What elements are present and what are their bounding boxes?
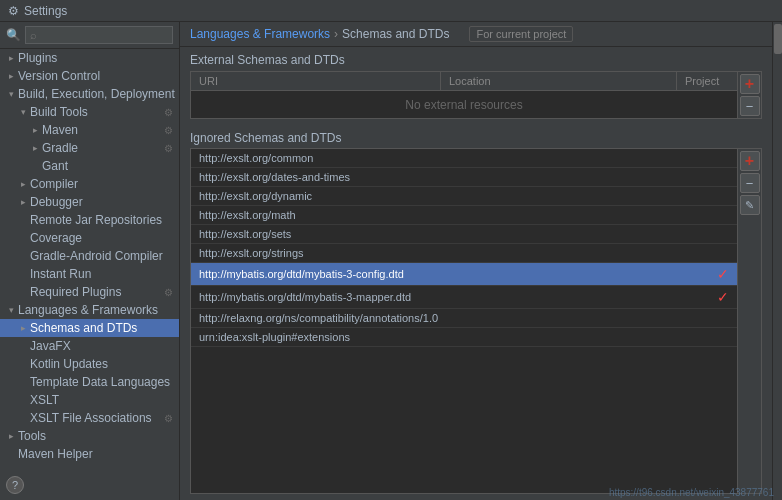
sidebar-item-label: Plugins xyxy=(18,51,175,65)
list-item[interactable]: http://exslt.org/common xyxy=(191,149,737,168)
sidebar-item-coverage[interactable]: Coverage xyxy=(0,229,179,247)
item-url: http://mybatis.org/dtd/mybatis-3-config.… xyxy=(199,268,404,280)
sidebar-item-version-control[interactable]: Version Control xyxy=(0,67,179,85)
list-item[interactable]: urn:idea:xslt-plugin#extensions xyxy=(191,328,737,347)
list-item-selected[interactable]: http://mybatis.org/dtd/mybatis-3-config.… xyxy=(191,263,737,286)
search-bar: 🔍 xyxy=(0,22,179,49)
sidebar-item-xslt-file[interactable]: XSLT File Associations ⚙ xyxy=(0,409,179,427)
sidebar-item-label: Coverage xyxy=(30,231,175,245)
sidebar-item-label: Debugger xyxy=(30,195,175,209)
col-uri: URI xyxy=(191,72,441,90)
sidebar-item-tools[interactable]: Tools xyxy=(0,427,179,445)
sidebar-item-label: XSLT xyxy=(30,393,175,407)
sidebar-item-label: Remote Jar Repositories xyxy=(30,213,175,227)
external-actions: + − xyxy=(738,71,762,119)
external-add-button[interactable]: + xyxy=(740,74,760,94)
col-location: Location xyxy=(441,72,677,90)
empty-message: No external resources xyxy=(405,98,522,112)
sidebar-item-label: Schemas and DTDs xyxy=(30,321,175,335)
list-item[interactable]: http://mybatis.org/dtd/mybatis-3-mapper.… xyxy=(191,286,737,309)
sidebar-item-label: Compiler xyxy=(30,177,175,191)
sidebar-item-instant-run[interactable]: Instant Run xyxy=(0,265,179,283)
sidebar-item-template-data[interactable]: Template Data Languages xyxy=(0,373,179,391)
main-layout: 🔍 Plugins Version Control Build, Executi… xyxy=(0,22,782,500)
sidebar-item-remote-jar[interactable]: Remote Jar Repositories xyxy=(0,211,179,229)
item-url: http://relaxng.org/ns/compatibility/anno… xyxy=(199,312,438,324)
external-panel-title: External Schemas and DTDs xyxy=(180,47,772,71)
external-remove-button[interactable]: − xyxy=(740,96,760,116)
sidebar-item-label: Kotlin Updates xyxy=(30,357,175,371)
ignored-remove-button[interactable]: − xyxy=(740,173,760,193)
sidebar-item-label: Required Plugins xyxy=(30,285,161,299)
external-schemas-panel: External Schemas and DTDs URI Location P… xyxy=(180,47,772,500)
breadcrumb-parent[interactable]: Languages & Frameworks xyxy=(190,27,330,41)
sidebar-item-label: Gradle-Android Compiler xyxy=(30,249,175,263)
ignored-list: http://exslt.org/common http://exslt.org… xyxy=(190,148,738,494)
sidebar-item-label: Build, Execution, Deployment xyxy=(18,87,175,101)
settings-icon: ⚙ xyxy=(161,285,175,299)
list-item[interactable]: http://exslt.org/math xyxy=(191,206,737,225)
list-item[interactable]: http://exslt.org/dates-and-times xyxy=(191,168,737,187)
arrow-icon xyxy=(4,429,18,443)
vertical-scrollbar[interactable] xyxy=(772,22,782,500)
check-icon: ✓ xyxy=(717,266,729,282)
breadcrumb-separator: › xyxy=(334,27,338,41)
external-table: URI Location Project No external resourc… xyxy=(190,71,738,119)
scrollbar-thumb[interactable] xyxy=(774,24,782,54)
sidebar-item-plugins[interactable]: Plugins xyxy=(0,49,179,67)
help-label: ? xyxy=(12,479,18,491)
item-url: urn:idea:xslt-plugin#extensions xyxy=(199,331,350,343)
sidebar-item-javafx[interactable]: JavaFX xyxy=(0,337,179,355)
external-table-wrapper: URI Location Project No external resourc… xyxy=(190,71,762,119)
item-url: http://exslt.org/math xyxy=(199,209,296,221)
sidebar-item-label: Languages & Frameworks xyxy=(18,303,175,317)
settings-icon: ⚙ xyxy=(8,4,19,18)
list-item[interactable]: http://relaxng.org/ns/compatibility/anno… xyxy=(191,309,737,328)
breadcrumb-current: Schemas and DTDs xyxy=(342,27,449,41)
sidebar-item-label: Template Data Languages xyxy=(30,375,175,389)
sidebar-item-label: XSLT File Associations xyxy=(30,411,161,425)
sidebar-item-build-tools[interactable]: Build Tools ⚙ xyxy=(0,103,179,121)
sidebar-item-required-plugins[interactable]: Required Plugins ⚙ xyxy=(0,283,179,301)
breadcrumb-bar: Languages & Frameworks › Schemas and DTD… xyxy=(180,22,772,47)
item-url: http://exslt.org/dates-and-times xyxy=(199,171,350,183)
sidebar-item-gradle-android[interactable]: Gradle-Android Compiler xyxy=(0,247,179,265)
col-project: Project xyxy=(677,72,737,90)
arrow-icon xyxy=(16,195,30,209)
ignored-actions: + − ✎ xyxy=(738,148,762,494)
list-item[interactable]: http://exslt.org/sets xyxy=(191,225,737,244)
sidebar-item-kotlin-updates[interactable]: Kotlin Updates xyxy=(0,355,179,373)
sidebar-item-xslt[interactable]: XSLT xyxy=(0,391,179,409)
settings-icon: ⚙ xyxy=(161,141,175,155)
sidebar-item-maven[interactable]: Maven ⚙ xyxy=(0,121,179,139)
sidebar-item-label: Gradle xyxy=(42,141,161,155)
sidebar-item-languages-frameworks[interactable]: Languages & Frameworks xyxy=(0,301,179,319)
item-url: http://exslt.org/sets xyxy=(199,228,291,240)
sidebar-item-build-exec-deploy[interactable]: Build, Execution, Deployment xyxy=(0,85,179,103)
check-icon: ✓ xyxy=(717,289,729,305)
arrow-icon xyxy=(16,105,30,119)
search-input[interactable] xyxy=(25,26,173,44)
help-button[interactable]: ? xyxy=(6,476,24,494)
sidebar-item-label: Maven Helper xyxy=(18,447,175,461)
settings-icon: ⚙ xyxy=(161,105,175,119)
content-area: Languages & Frameworks › Schemas and DTD… xyxy=(180,22,772,500)
item-url: http://exslt.org/dynamic xyxy=(199,190,312,202)
arrow-icon xyxy=(16,177,30,191)
sidebar-item-gant[interactable]: Gant xyxy=(0,157,179,175)
sidebar-item-gradle[interactable]: Gradle ⚙ xyxy=(0,139,179,157)
sidebar-item-label: Tools xyxy=(18,429,175,443)
list-item[interactable]: http://exslt.org/dynamic xyxy=(191,187,737,206)
item-url: http://exslt.org/strings xyxy=(199,247,304,259)
sidebar-item-maven-helper[interactable]: Maven Helper xyxy=(0,445,179,463)
sidebar-item-schemas-dtds[interactable]: Schemas and DTDs xyxy=(0,319,179,337)
sidebar-item-compiler[interactable]: Compiler xyxy=(0,175,179,193)
list-item[interactable]: http://exslt.org/strings xyxy=(191,244,737,263)
arrow-icon xyxy=(4,69,18,83)
ignored-edit-button[interactable]: ✎ xyxy=(740,195,760,215)
arrow-icon xyxy=(16,321,30,335)
sidebar-item-debugger[interactable]: Debugger xyxy=(0,193,179,211)
sidebar-item-label: Gant xyxy=(42,159,175,173)
ignored-add-button[interactable]: + xyxy=(740,151,760,171)
breadcrumb-tag: For current project xyxy=(469,26,573,42)
